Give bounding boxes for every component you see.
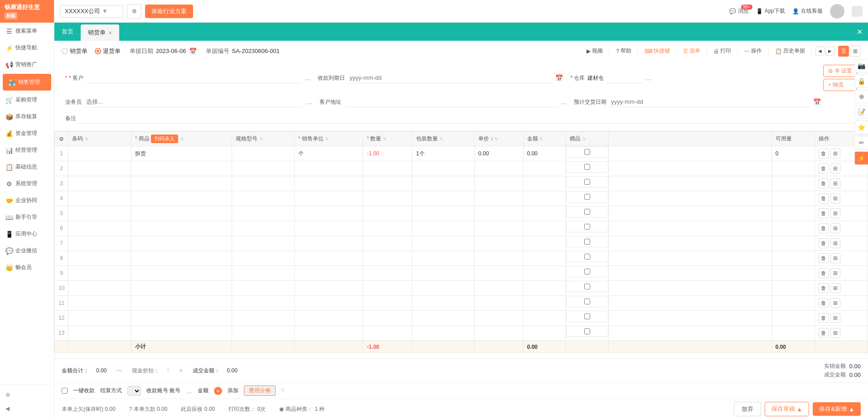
row-delete-11[interactable]: 🗑 [819,298,829,308]
cell-price-13[interactable] [475,326,523,341]
amount-sort-icon[interactable]: ⇅ [539,136,543,141]
cell-price-1[interactable]: 0.00 [475,146,523,161]
row-delete-8[interactable]: 🗑 [819,253,829,263]
unit-sort-icon[interactable]: ⇅ [325,136,329,141]
cell-product-6[interactable] [131,221,232,236]
cell-pkg-8[interactable] [412,251,474,266]
cell-amount-4[interactable] [523,191,566,206]
cell-price-5[interactable] [475,206,523,221]
row-copy-8[interactable]: ⊞ [830,253,840,263]
customer-dots-btn[interactable]: … [304,74,310,82]
row-delete-3[interactable]: 🗑 [819,178,829,188]
customer-address-input[interactable] [344,96,558,107]
cell-pkg-1[interactable]: 1个 [412,146,474,161]
cell-note-13[interactable] [608,326,771,341]
cell-gift-8[interactable] [566,251,608,262]
cell-unit-10[interactable] [294,281,363,296]
cell-pkg-12[interactable] [412,311,474,326]
cell-unit-4[interactable] [294,191,363,206]
pkg-sort-icon[interactable]: ⇅ [439,136,443,141]
side-btn-flash[interactable]: ⚡ [854,151,868,165]
save-new-btn[interactable]: 保存&新增 ▲ [813,402,861,416]
row-delete-13[interactable]: 🗑 [819,328,829,338]
cell-product-12[interactable] [131,311,232,326]
row-delete-2[interactable]: 🗑 [819,164,829,173]
save-draft-btn[interactable]: 保存草稿 ▲ [765,402,810,416]
product-sort-icon[interactable]: ⇅ [180,136,184,141]
tab-sales-order[interactable]: 销货单 ✕ [81,24,119,41]
cell-barcode-6[interactable] [68,221,131,236]
print-btn[interactable]: 🖨 打印 [711,45,734,57]
sidebar-item-1[interactable]: ⚡快捷导航 [0,39,54,56]
sidebar-item-6[interactable]: 💰资金管理 [0,125,54,142]
cell-gift-11[interactable] [566,296,608,307]
cell-qty-2[interactable] [363,161,412,176]
cell-gift-6[interactable] [566,221,608,232]
cell-price-9[interactable] [475,266,523,281]
cell-amount-5[interactable] [523,206,566,221]
cell-note-2[interactable] [608,161,771,176]
company-selector[interactable]: XXXXXX公司 ▼ [60,5,123,18]
cell-gift-5[interactable] [566,206,608,217]
row-delete-12[interactable]: 🗑 [819,313,829,323]
cell-qty-7[interactable] [363,236,412,251]
account-dots-btn[interactable]: … [186,387,192,395]
sidebar-item-8[interactable]: 📋基础信息 [0,159,54,175]
sidebar-settings[interactable]: ⚙ [0,388,54,402]
cell-pkg-10[interactable] [412,281,474,296]
row-copy-11[interactable]: ⊞ [830,298,840,308]
tab-close-btn[interactable]: ✕ [857,28,863,36]
sidebar-item-5[interactable]: 📦库存核算 [0,108,54,125]
row-delete-9[interactable]: 🗑 [819,268,829,278]
cell-price-3[interactable] [475,176,523,191]
cell-product-5[interactable] [131,206,232,221]
cell-spec-12[interactable] [232,311,294,326]
salesperson-input[interactable] [84,96,303,107]
cell-price-4[interactable] [475,191,523,206]
side-btn-note[interactable]: 📝 [854,105,868,119]
row-delete-1[interactable]: 🗑 [819,149,829,159]
cell-product-1[interactable]: 拆货 [131,146,232,161]
one-click-checkbox[interactable] [62,388,68,394]
sidebar-item-3[interactable]: 🏪销售管理 [3,74,51,91]
cell-pkg-13[interactable] [412,326,474,341]
cell-amount-13[interactable] [523,326,566,341]
cell-spec-8[interactable] [232,251,294,266]
settlement-select[interactable] [127,386,141,396]
salesperson-dots-btn[interactable]: … [306,98,312,106]
cell-note-9[interactable] [608,266,771,281]
sidebar-item-14[interactable]: 👑畅会员 [0,259,54,276]
cell-note-11[interactable] [608,296,771,311]
side-btn-lock[interactable]: 🔒 [854,74,868,88]
cell-spec-10[interactable] [232,281,294,296]
cell-amount-1[interactable]: 0.00 [523,146,566,161]
messages-btn[interactable]: 💬 消息 99+ [729,7,749,15]
cell-spec-9[interactable] [232,266,294,281]
row-copy-13[interactable]: ⊞ [830,328,840,338]
prev-arrow[interactable]: ◀ [815,47,824,56]
cell-barcode-7[interactable] [68,236,131,251]
cell-barcode-10[interactable] [68,281,131,296]
cell-gift-4[interactable] [566,191,608,202]
row-delete-7[interactable]: 🗑 [819,238,829,248]
cell-unit-2[interactable] [294,161,363,176]
scan-barcode-btn[interactable]: 扫码录入 [151,135,178,143]
customer-input[interactable] [86,72,301,83]
col-settings[interactable]: ⚙ [55,132,68,146]
tab-close-icon[interactable]: ✕ [108,30,112,35]
cell-unit-8[interactable] [294,251,363,266]
cell-note-4[interactable] [608,191,771,206]
cell-amount-2[interactable] [523,161,566,176]
cell-pkg-6[interactable] [412,221,474,236]
cell-note-12[interactable] [608,311,771,326]
cell-barcode-5[interactable] [68,206,131,221]
cell-barcode-1[interactable] [68,146,131,161]
online-service-btn[interactable]: 👤 在线客服 [792,7,823,15]
cell-product-2[interactable] [131,161,232,176]
help-btn[interactable]: ? 帮助 [613,45,634,57]
sidebar-item-2[interactable]: 📢营销推广 [0,56,54,73]
cell-gift-2[interactable] [566,161,608,173]
cell-qty-8[interactable] [363,251,412,266]
cell-unit-12[interactable] [294,311,363,326]
cell-price-11[interactable] [475,296,523,311]
